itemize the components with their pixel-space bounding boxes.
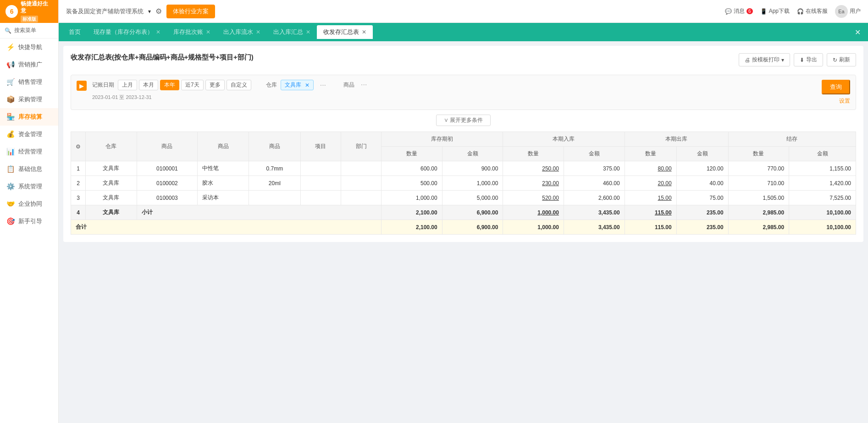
date-buttons: 上月 本月 本年 近7天 更多 自定义 [118, 80, 251, 90]
filter-date-group: 记账日期 上月 本月 本年 近7天 更多 自定义 2023-01-01 至 20… [92, 80, 251, 101]
tab-batch[interactable]: 库存批次账 ✕ [167, 25, 217, 39]
goods-more-btn[interactable]: ··· [358, 80, 370, 90]
tab-close-icon[interactable]: ✕ [156, 29, 160, 35]
sidebar-item-marketing[interactable]: 📢 营销推广 [0, 56, 58, 73]
enterprise-icon: 🤝 [6, 200, 15, 208]
sidebar-item-label: 系统管理 [18, 182, 42, 191]
row-goods-spec [249, 191, 300, 205]
tab-close-icon[interactable]: ✕ [362, 29, 366, 35]
tab-close-icon[interactable]: ✕ [256, 29, 260, 35]
tab-summary[interactable]: 出入库汇总 ✕ [267, 25, 317, 39]
sidebar-item-newuser[interactable]: 🎯 新手引导 [0, 213, 58, 230]
sidebar-item-label: 销售管理 [18, 78, 42, 86]
col-goods-name: 商品 [198, 132, 249, 161]
query-button[interactable]: 查询 [822, 80, 850, 94]
row-dept [341, 191, 381, 205]
date-btn-7days[interactable]: 近7天 [181, 80, 204, 90]
system-dropdown[interactable]: ▾ [148, 8, 151, 15]
row-goods-spec: 0.7mm [249, 161, 300, 176]
tab-label: 现存量（库存分布表） [94, 28, 153, 36]
user-item[interactable]: Ea 用户 [835, 5, 861, 18]
sidebar-item-system[interactable]: ⚙️ 系统管理 [0, 178, 58, 195]
row-out-qty: 80.00 [625, 161, 676, 176]
row-project [300, 176, 341, 191]
chevron-down-icon: ▾ [781, 57, 784, 63]
subtotal-in-amount: 3,435.00 [564, 205, 625, 220]
row-dept [341, 176, 381, 191]
app-download-item[interactable]: 📱 App下载 [760, 7, 790, 15]
sidebar-item-quicknav[interactable]: ⚡ 快捷导航 [0, 38, 58, 56]
sidebar-item-enterprise[interactable]: 🤝 企业协同 [0, 195, 58, 213]
filter-settings-button[interactable]: 设置 [839, 97, 850, 105]
row-opening-qty: 1,000.00 [381, 191, 442, 205]
sidebar-item-purchase[interactable]: 📦 采购管理 [0, 91, 58, 108]
tab-close-icon[interactable]: ✕ [306, 29, 310, 35]
export-button[interactable]: ⬇ 导出 [794, 53, 823, 66]
sidebar-item-sales[interactable]: 🛒 销售管理 [0, 73, 58, 91]
printer-icon: 🖨 [745, 57, 750, 63]
group-opening: 库存期初 [381, 132, 503, 147]
trial-button[interactable]: 体验行业方案 [166, 5, 215, 18]
subtotal-row: 4 文具库 小计 2,100.00 6,900.00 1,000.00 3,43… [71, 205, 856, 220]
chevron-down-icon: ▾ [148, 8, 151, 15]
footer-closing-qty: 2,985.00 [728, 220, 789, 235]
col-dept: 部门 [341, 132, 381, 161]
subtotal-in-qty: 1,000.00 [503, 205, 564, 220]
row-in-qty: 520.00 [503, 191, 564, 205]
tab-flow[interactable]: 出入库流水 ✕ [217, 25, 267, 39]
footer-closing-amount: 10,100.00 [789, 220, 856, 235]
page-title: 收发存汇总表(按仓库+商品编码+商品+规格型号+项目+部门) [71, 53, 254, 62]
sidebar-item-basic[interactable]: 📋 基础信息 [0, 160, 58, 178]
sidebar-item-finance[interactable]: 💰 资金管理 [0, 126, 58, 143]
sidebar-item-operations[interactable]: 📊 经营管理 [0, 143, 58, 160]
tab-close-icon[interactable]: ✕ [206, 29, 210, 35]
date-btn-this-year[interactable]: 本年 [160, 80, 179, 90]
row-closing-qty: 1,505.00 [728, 191, 789, 205]
col-closing-amount: 金额 [789, 147, 856, 161]
warehouse-tag-close[interactable]: ✕ [305, 82, 310, 88]
tab-home[interactable]: 首页 [62, 25, 87, 39]
filter-collapse-button[interactable]: ▶ [77, 81, 87, 91]
sidebar-item-inventory[interactable]: 🏪 库存核算 [0, 108, 58, 126]
date-btn-more[interactable]: 更多 [205, 80, 225, 90]
footer-label: 合计 [71, 220, 381, 235]
sidebar-item-label: 新手引导 [18, 217, 42, 225]
close-all-tabs-button[interactable]: ✕ [851, 26, 864, 38]
mobile-icon: 📱 [760, 8, 767, 15]
group-out: 本期出库 [625, 132, 728, 147]
tab-recv-summary[interactable]: 收发存汇总表 ✕ [317, 25, 373, 39]
col-out-amount: 金额 [676, 147, 728, 161]
date-range-text: 2023-01-01 至 2023-12-31 [92, 94, 251, 101]
tab-label: 收发存汇总表 [323, 28, 359, 36]
settings-icon[interactable]: ⚙ [155, 7, 162, 16]
col-settings[interactable]: ⚙ [71, 132, 86, 161]
sidebar-item-label: 快捷导航 [18, 43, 42, 51]
print-button[interactable]: 🖨 按模板打印 ▾ [739, 53, 790, 66]
notifications-item[interactable]: 💬 消息 6 [725, 7, 753, 15]
row-no: 3 [71, 191, 86, 205]
warehouse-more-btn[interactable]: ··· [317, 80, 329, 90]
online-service-item[interactable]: 🎧 在线客服 [797, 7, 828, 15]
warehouse-filter-label: 仓库 [266, 81, 277, 89]
date-btn-this-month[interactable]: 本月 [139, 80, 158, 90]
purchase-icon: 📦 [6, 95, 15, 104]
logo-icon: 6 [6, 5, 18, 18]
warehouse-tag-value: 文具库 [285, 81, 301, 89]
row-closing-qty: 710.00 [728, 176, 789, 191]
refresh-button[interactable]: ↻ 刷新 [827, 53, 856, 66]
row-goods-name: 采访本 [198, 191, 249, 205]
tab-label: 出入库汇总 [273, 28, 303, 36]
date-btn-last-month[interactable]: 上月 [118, 80, 137, 90]
tab-stock-dist[interactable]: 现存量（库存分布表） ✕ [87, 25, 167, 39]
date-btn-custom[interactable]: 自定义 [227, 80, 251, 90]
row-out-amount: 75.00 [676, 191, 728, 205]
row-goods-code: 0100003 [137, 191, 198, 205]
search-icon: 🔍 [5, 27, 11, 34]
main-content: 收发存汇总表(按仓库+商品编码+商品+规格型号+项目+部门) 🖨 按模板打印 ▾… [59, 41, 868, 423]
col-opening-amount: 金额 [442, 147, 503, 161]
sidebar-search[interactable]: 🔍 搜索菜单 [0, 23, 58, 38]
subtotal-out-qty: 115.00 [625, 205, 676, 220]
expand-conditions-button[interactable]: ∨ 展开更多条件 [436, 115, 491, 126]
row-no: 2 [71, 176, 86, 191]
sidebar-item-label: 库存核算 [18, 113, 42, 121]
